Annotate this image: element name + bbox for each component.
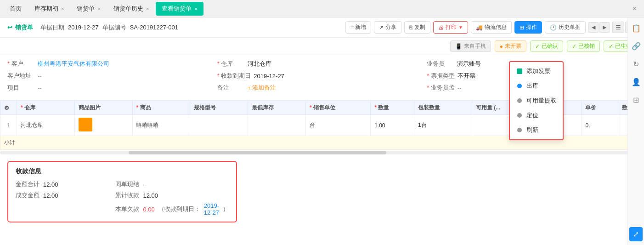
prev-button[interactable]: ◀ xyxy=(588,22,599,33)
deal-amount-item: 成交金额 12.00 xyxy=(16,191,102,199)
staff-label: 业务员孟 xyxy=(427,84,455,92)
from-phone-label: 来自手机 xyxy=(464,42,486,50)
tab-view-sales-close[interactable]: × xyxy=(194,6,197,11)
tab-view-sales[interactable]: 查看销货单 × xyxy=(156,2,203,16)
col-warehouse: 仓库 xyxy=(17,101,75,115)
sidebar-icon-5[interactable]: ⊞ xyxy=(630,93,642,107)
outstanding-item: 本单欠款 0.00 （收款到期日： 2019-12-27 ） xyxy=(115,202,229,216)
row-package-qty: 1台 xyxy=(414,115,472,136)
outstanding-note: （收款到期日： xyxy=(158,205,200,213)
col-settings[interactable]: ⚙ xyxy=(0,101,17,115)
right-sidebar: 📋 🔗 ↻ 👤 ⊞ ⤢ xyxy=(627,17,644,245)
copy-label: 复制 xyxy=(414,23,425,31)
cumulative-label: 累计收款 xyxy=(115,191,139,199)
payment-grid: 金额合计 12.00 同单现结 -- 成交金额 12.00 累计收款 12.00 xyxy=(16,180,229,216)
col-unit-price: 单价 xyxy=(582,101,618,115)
sidebar-icon-3[interactable]: ↻ xyxy=(630,57,642,71)
sidebar-icon-expand[interactable]: ⤢ xyxy=(629,227,643,241)
add-invoice-label: 添加发票 xyxy=(526,67,550,75)
cancelled-label: 已核销 xyxy=(578,42,595,50)
not-open-label: 未开票 xyxy=(505,42,521,50)
row-min-stock xyxy=(248,115,306,136)
check-icon: ✓ xyxy=(535,43,540,50)
tab-sales-history-close[interactable]: × xyxy=(146,6,149,11)
date-label: 单据日期 xyxy=(40,23,64,32)
confirmed-badge[interactable]: ✓ 已确认 xyxy=(530,40,563,52)
project-label: 项目 xyxy=(7,84,35,92)
same-order-item: 同单现结 -- xyxy=(115,180,229,188)
print-icon: 🖨 xyxy=(438,24,444,31)
deal-amount-value: 12.00 xyxy=(43,192,58,199)
available-extract-icon xyxy=(516,97,523,104)
share-button[interactable]: ↗ 分享 xyxy=(374,21,401,34)
window-close-button[interactable]: × xyxy=(629,3,640,15)
dropdown-refresh[interactable]: 刷新 xyxy=(510,123,563,137)
outstanding-end: ） xyxy=(223,205,229,213)
tab-inventory[interactable]: 库存期初 × xyxy=(28,2,70,16)
dropdown-locate[interactable]: 定位 xyxy=(510,108,563,123)
tab-sales-label: 销货单 xyxy=(77,5,95,13)
tab-sales-close[interactable]: × xyxy=(97,6,100,11)
address-field: 客户地址 -- xyxy=(7,72,217,80)
number-label: 单据编号 xyxy=(102,23,126,32)
doc-icon: ↩ xyxy=(7,24,12,31)
logistics-button[interactable]: 🚚 物流信息 xyxy=(471,21,512,34)
add-note-btn[interactable]: + 添加备注 xyxy=(248,84,277,92)
tab-sales[interactable]: 销货单 × xyxy=(71,2,106,16)
add-button[interactable]: + 新增 xyxy=(345,21,371,34)
add-invoice-icon xyxy=(516,68,523,74)
share-icon: ↗ xyxy=(379,24,384,31)
col-min-stock: 最低库存 xyxy=(248,101,306,115)
operations-dropdown: 添加发票 出库 可用量提取 定位 xyxy=(509,61,564,140)
cumulative-value: 12.00 xyxy=(143,192,158,199)
add-note-text: 添加备注 xyxy=(252,84,276,92)
tab-inventory-label: 库存期初 xyxy=(34,5,58,13)
horizontal-scrollbar[interactable] xyxy=(0,151,644,154)
from-phone-badge[interactable]: 📱 来自手机 xyxy=(450,40,491,52)
doc-actions: + 新增 ↗ 分享 ⎘ 复制 🖨 打印 ▼ 🚚 物流信息 xyxy=(345,21,637,34)
sidebar-icon-2[interactable]: 🔗 xyxy=(629,39,644,53)
sidebar-icon-1[interactable]: 📋 xyxy=(629,21,644,35)
customer-value[interactable]: 柳州粤港平安气体有限公司 xyxy=(38,60,109,68)
col-product: 商品 xyxy=(132,101,190,115)
row-unit-price: 0. xyxy=(582,115,618,136)
dropdown-outbound[interactable]: 出库 xyxy=(510,79,563,93)
tab-home[interactable]: 首页 xyxy=(4,2,28,16)
same-order-value: -- xyxy=(143,181,147,188)
refresh-icon xyxy=(516,127,523,133)
row-product-img xyxy=(74,115,132,136)
cumulative-item: 累计收款 12.00 xyxy=(115,191,229,199)
row-warehouse: 河北仓库 xyxy=(17,115,75,136)
locate-icon xyxy=(516,112,523,119)
history-button[interactable]: 🕐 历史单据 xyxy=(545,21,586,34)
col-package-qty: 包装数量 xyxy=(414,101,472,115)
doc-title-text: 销货单 xyxy=(15,23,33,32)
print-label: 打印 xyxy=(446,23,457,31)
col-sales-unit: 销售单位 xyxy=(305,101,370,115)
confirmed-label: 已确认 xyxy=(542,42,558,50)
not-open-badge[interactable]: ● 未开票 xyxy=(495,40,526,52)
col-spec: 规格型号 xyxy=(190,101,248,115)
list-view-button[interactable]: ☰ xyxy=(612,22,624,33)
locate-label: 定位 xyxy=(526,111,538,120)
tab-view-sales-label: 查看销货单 xyxy=(162,5,192,13)
cancelled-badge[interactable]: ✓ 已核销 xyxy=(567,40,600,52)
copy-button[interactable]: ⎘ 复制 xyxy=(404,21,430,34)
operations-label: 操作 xyxy=(526,23,537,31)
tab-sales-history[interactable]: 销货单历史 × xyxy=(107,2,155,16)
note-field: 备注 + 添加备注 xyxy=(217,84,427,92)
col-quantity: 数量 xyxy=(371,101,414,115)
project-field: 项目 -- xyxy=(7,84,217,92)
operations-button[interactable]: ⊞ 操作 xyxy=(514,21,542,34)
dropdown-available-extract[interactable]: 可用量提取 xyxy=(510,93,563,108)
effective-icon: ✓ xyxy=(609,43,613,50)
tab-inventory-close[interactable]: × xyxy=(61,6,64,11)
document-header: ↩ 销货单 单据日期 2019-12-27 单据编号 SA-20191227-0… xyxy=(0,17,644,38)
dropdown-add-invoice[interactable]: 添加发票 xyxy=(510,64,563,79)
next-button[interactable]: ▶ xyxy=(599,22,610,33)
row-spec xyxy=(190,115,248,136)
scroll-thumb xyxy=(129,151,386,154)
print-button[interactable]: 🖨 打印 ▼ xyxy=(433,21,468,34)
sidebar-icon-4[interactable]: 👤 xyxy=(629,75,644,89)
total-value: 12.00 xyxy=(43,181,58,188)
